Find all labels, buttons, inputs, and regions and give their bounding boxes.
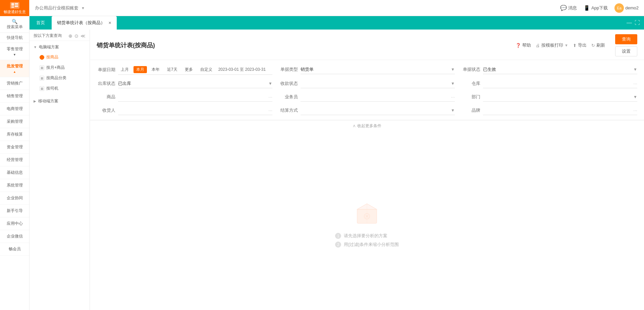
payment-status-control[interactable]: ▼ <box>301 79 455 88</box>
sidebar-item-wholesale[interactable]: 批发管理 ▲ <box>0 60 29 77</box>
sidebar-item-retail[interactable]: 零售管理 ▼ <box>0 43 29 60</box>
scheme-group-mobile-header[interactable]: ▶ 移动端方案 <box>30 96 90 106</box>
sidebar-item-ecommerce-label: 电商管理 <box>7 106 23 112</box>
doc-type-control[interactable]: 销货单 ▼ <box>301 65 455 74</box>
receiver-more-icon[interactable]: ··· <box>268 108 272 113</box>
svg-rect-0 <box>11 3 14 6</box>
department-control[interactable]: ▼ <box>483 92 637 102</box>
date-option-prev-month[interactable]: 上月 <box>118 66 131 73</box>
outbound-status-control[interactable]: 已出库 ▼ <box>118 79 272 88</box>
filter-doc-type: 单据类型 销货单 ▼ <box>279 65 455 74</box>
sidebar-item-wechat[interactable]: 企业微信 <box>0 230 29 243</box>
tip-text-1: 请先选择要分析的方案 <box>344 233 387 239</box>
app-download-button[interactable]: 📱 App下载 <box>584 5 608 11</box>
sidebar-item-enterprise[interactable]: 企业协同 <box>0 192 29 205</box>
scheme-panel-header: 按以下方案查询 ⊕ ⊙ ≪ <box>30 30 90 41</box>
scheme-group-desktop: ▼ 电脑端方案 按商品 ▦ 按月+商品 ▦ 按商品分类 ▦ <box>30 41 90 95</box>
scheme-group-desktop-header[interactable]: ▼ 电脑端方案 <box>30 42 90 52</box>
sidebar-item-operation[interactable]: 经营管理 <box>0 154 29 166</box>
date-control: 上月 本月 本年 近7天 更多 自定义 2023-03-01 至 2023-03… <box>118 65 272 75</box>
brand-control[interactable]: ··· <box>483 106 637 115</box>
sidebar-item-member[interactable]: 畅会员 <box>0 243 29 256</box>
sidebar-item-inventory[interactable]: 库存核算 <box>0 128 29 141</box>
empty-tip-2: 2 用[过滤]条件来缩小分析范围 <box>335 242 398 248</box>
user-menu[interactable]: Ea demo2 <box>614 3 639 13</box>
tab-maximize-icon[interactable]: ⛶ <box>635 20 640 26</box>
outbound-status-label: 出库状态 <box>97 81 115 87</box>
doc-status-dropdown-icon[interactable]: ▼ <box>633 67 637 72</box>
brand-more-icon[interactable]: ··· <box>633 108 637 113</box>
sidebar-item-purchase[interactable]: 采购管理 <box>0 115 29 128</box>
sidebar-item-marketing-label: 营销推广 <box>7 81 23 86</box>
sidebar: 畅捷通好生意 🔍 搜索菜单 快捷导航 零售管理 ▼ 批发管理 ▲ 营销推广 销售… <box>0 0 30 310</box>
date-option-custom[interactable]: 自定义 <box>198 66 215 73</box>
help-button[interactable]: ❓ 帮助 <box>516 42 531 48</box>
sidebar-item-marketing[interactable]: 营销推广 <box>0 77 29 90</box>
messages-button[interactable]: 💬 消息 <box>560 5 577 11</box>
scheme-item-by-clerk[interactable]: ▦ 按司机 <box>30 83 90 94</box>
chevron-right-icon: ▶ <box>34 99 36 103</box>
add-scheme-icon[interactable]: ⊕ <box>68 33 72 39</box>
outbound-dropdown-icon[interactable]: ▼ <box>268 81 272 86</box>
warehouse-control[interactable]: ··· <box>483 79 637 88</box>
product-more-icon[interactable]: ··· <box>268 94 272 100</box>
filter-product: 商品 ··· <box>97 92 272 102</box>
salesperson-more-icon[interactable]: ··· <box>451 94 455 100</box>
scheme-group-mobile: ▶ 移动端方案 <box>30 95 90 107</box>
tab-minimize-icon[interactable]: — <box>627 20 632 26</box>
scheme-item-by-product[interactable]: 按商品 <box>30 52 90 62</box>
download-icon: 📱 <box>584 5 590 11</box>
payment-dropdown-icon[interactable]: ▼ <box>451 81 455 86</box>
sidebar-item-basic[interactable]: 基础信息 <box>0 166 29 179</box>
date-option-this-month[interactable]: 本月 <box>133 66 147 73</box>
date-option-more[interactable]: 更多 <box>182 66 196 73</box>
query-button[interactable]: 查询 <box>615 34 637 44</box>
search-menu[interactable]: 🔍 搜索菜单 <box>0 16 29 33</box>
scheme-grid2-icon: ▦ <box>40 76 44 81</box>
tab-close-icon[interactable]: ✕ <box>108 21 111 25</box>
sidebar-item-sales[interactable]: 销售管理 <box>0 90 29 103</box>
workspace-selector[interactable]: 办公用品行业模拟账套 ▼ <box>35 5 85 11</box>
doc-status-control[interactable]: 已生效 ▼ <box>483 65 637 74</box>
sidebar-item-newbie[interactable]: 新手引导 <box>0 205 29 217</box>
settings-scheme-icon[interactable]: ⊙ <box>74 33 78 39</box>
date-option-this-year[interactable]: 本年 <box>149 66 162 73</box>
settlement-label: 结算方式 <box>279 107 298 113</box>
collapse-label: ∧ 收起更多条件 <box>353 123 381 128</box>
sidebar-item-appcenter[interactable]: 应用中心 <box>0 217 29 230</box>
date-label: 单据日期 <box>97 67 115 73</box>
product-control[interactable]: ··· <box>118 92 272 102</box>
sidebar-item-finance[interactable]: 资金管理 <box>0 141 29 154</box>
tab-bar: 首页 销货单统计表（按商品） ✕ — ⛶ <box>30 16 644 30</box>
tab-sales-stats[interactable]: 销货单统计表（按商品） ✕ <box>52 16 117 30</box>
scheme-item-by-month-product[interactable]: ▦ 按月+商品 <box>30 62 90 73</box>
export-button[interactable]: ⬆ 导出 <box>573 42 587 48</box>
collapse-scheme-icon[interactable]: ≪ <box>80 33 86 39</box>
warehouse-more-icon[interactable]: ··· <box>633 81 637 86</box>
date-option-7days[interactable]: 近7天 <box>164 66 180 73</box>
svg-rect-1 <box>15 3 18 5</box>
filter-row-3: 商品 ··· 业务员 ··· <box>97 92 637 102</box>
settlement-control[interactable]: ▼ <box>301 106 455 115</box>
sidebar-item-appcenter-label: 应用中心 <box>7 221 23 226</box>
tab-home[interactable]: 首页 <box>30 16 52 30</box>
user-name: demo2 <box>625 5 639 10</box>
filter-department: 部门 ▼ <box>462 92 637 102</box>
doc-type-dropdown-icon[interactable]: ▼ <box>451 67 455 72</box>
salesperson-control[interactable]: ··· <box>301 92 455 102</box>
shortcut-nav[interactable]: 快捷导航 <box>0 33 29 43</box>
sidebar-item-system[interactable]: 系统管理 <box>0 179 29 192</box>
collapse-bar[interactable]: ∧ 收起更多条件 <box>90 120 644 132</box>
department-dropdown-icon[interactable]: ▼ <box>633 95 637 99</box>
sidebar-item-ecommerce[interactable]: 电商管理 <box>0 103 29 115</box>
template-print-button[interactable]: 🖨 按模板打印 ▼ <box>536 42 568 48</box>
workspace-dropdown-icon: ▼ <box>81 6 85 10</box>
refresh-button[interactable]: ↻ 刷新 <box>591 42 605 48</box>
scheme-item-by-category[interactable]: ▦ 按商品分类 <box>30 73 90 83</box>
settings-button[interactable]: 设置 <box>615 46 637 56</box>
warehouse-label: 仓库 <box>462 81 480 87</box>
receiver-control[interactable]: ··· <box>118 106 272 115</box>
sidebar-item-inventory-label: 库存核算 <box>7 132 23 137</box>
top-header: 办公用品行业模拟账套 ▼ 💬 消息 📱 App下载 Ea demo2 <box>30 0 644 16</box>
settlement-dropdown-icon[interactable]: ▼ <box>451 108 455 113</box>
